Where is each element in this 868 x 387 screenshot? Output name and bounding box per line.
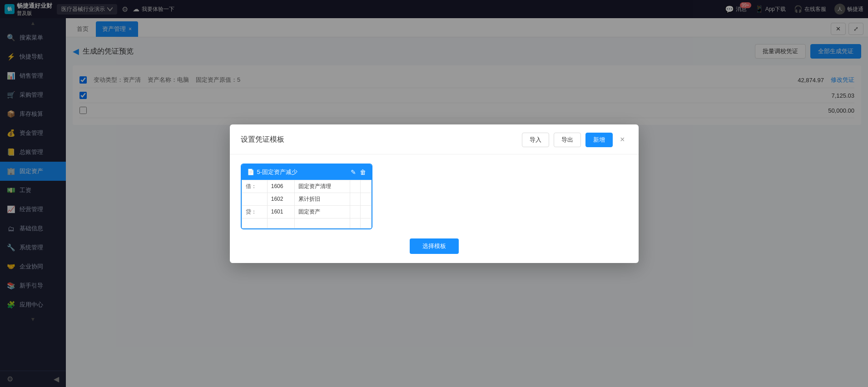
template-delete-icon[interactable]: 🗑 [360, 169, 366, 176]
template-card-actions: ✎ 🗑 [351, 169, 366, 176]
credit-amount-1 [361, 180, 371, 193]
credit-label: 贷： [242, 205, 267, 218]
modal-header-actions: 导入 导出 新增 × [522, 133, 628, 147]
modal-header: 设置凭证模板 导入 导出 新增 × [230, 124, 639, 154]
template-row-4 [242, 218, 371, 228]
set-voucher-template-modal: 设置凭证模板 导入 导出 新增 × 📄 5-固定资产减少 ✎ 🗑 [230, 124, 639, 263]
credit-amount-2 [361, 193, 371, 205]
account-name-3: 固定资产 [294, 205, 350, 218]
template-name: 5-固定资产减少 [257, 168, 298, 176]
modal-title: 设置凭证模板 [241, 135, 284, 144]
account-code-2: 1602 [267, 193, 294, 205]
account-code-3: 1601 [267, 205, 294, 218]
account-code-1: 1606 [267, 180, 294, 193]
import-btn[interactable]: 导入 [522, 133, 549, 147]
template-row-2: 1602 累计折旧 [242, 193, 371, 205]
template-file-icon: 📄 [247, 169, 254, 175]
debit-amount-3 [350, 205, 360, 218]
side-label-2 [242, 193, 267, 205]
account-name-1: 固定资产清理 [294, 180, 350, 193]
modal-overlay: 设置凭证模板 导入 导出 新增 × 📄 5-固定资产减少 ✎ 🗑 [0, 0, 868, 387]
template-card-header: 📄 5-固定资产减少 ✎ 🗑 [242, 164, 372, 180]
template-row-3: 贷： 1601 固定资产 [242, 205, 371, 218]
debit-label: 借： [242, 180, 267, 193]
select-template-btn[interactable]: 选择模板 [410, 238, 459, 254]
select-template-area: 选择模板 [241, 238, 628, 254]
debit-amount-2 [350, 193, 360, 205]
template-card-title: 📄 5-固定资产减少 [247, 168, 298, 176]
new-template-btn[interactable]: 新增 [585, 133, 613, 147]
template-row-1: 借： 1606 固定资产清理 [242, 180, 371, 193]
template-edit-icon[interactable]: ✎ [351, 169, 356, 176]
modal-body: 📄 5-固定资产减少 ✎ 🗑 借： 1606 固 [230, 154, 639, 263]
credit-amount-3 [361, 205, 371, 218]
debit-amount-1 [350, 180, 360, 193]
export-btn[interactable]: 导出 [554, 133, 581, 147]
template-card: 📄 5-固定资产减少 ✎ 🗑 借： 1606 固 [241, 164, 372, 229]
modal-close-btn[interactable]: × [617, 134, 628, 145]
template-entries-table: 借： 1606 固定资产清理 1602 累计折旧 [242, 180, 372, 228]
account-name-2: 累计折旧 [294, 193, 350, 205]
template-card-body: 借： 1606 固定资产清理 1602 累计折旧 [242, 180, 372, 228]
